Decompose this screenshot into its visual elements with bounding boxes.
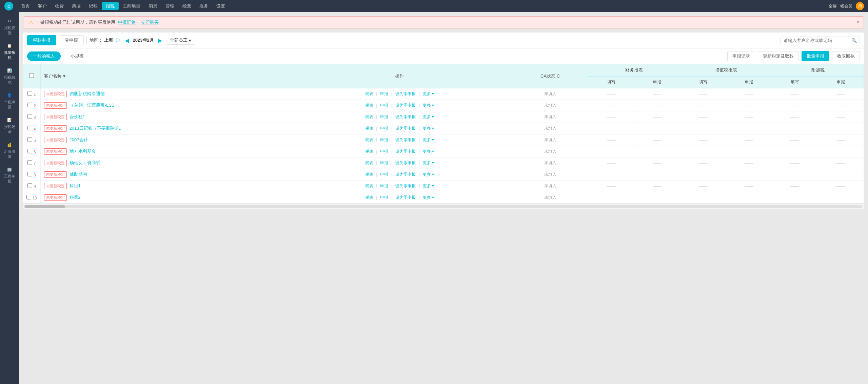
row-check-1[interactable] xyxy=(27,91,32,96)
op-setzero-10[interactable]: 设为零申报 xyxy=(395,195,416,200)
search-icon[interactable]: 🔍 xyxy=(851,38,857,43)
nav-item-记账[interactable]: 记账 xyxy=(85,2,102,10)
sidebar-item-0[interactable]: ⚙ 报税设置 xyxy=(1,15,18,38)
op-more-9[interactable]: 更多 ▾ xyxy=(423,184,434,188)
nav-item-客户[interactable]: 客户 xyxy=(34,2,51,10)
op-report-10[interactable]: 申报 xyxy=(380,195,388,200)
op-more-2[interactable]: 更多 ▾ xyxy=(423,103,434,108)
op-setzero-6[interactable]: 设为零申报 xyxy=(395,149,416,154)
op-setzero-3[interactable]: 设为零申报 xyxy=(395,114,416,119)
op-taxtable-9[interactable]: 税表 xyxy=(365,184,373,188)
row-check-8[interactable] xyxy=(27,172,32,176)
scroll-thumb[interactable] xyxy=(24,205,65,208)
op-taxtable-1[interactable]: 税表 xyxy=(365,91,373,96)
fullscreen-btn[interactable]: 全屏 xyxy=(829,3,837,9)
op-report-6[interactable]: 申报 xyxy=(380,149,388,154)
tab-zero-declare[interactable]: 零申报 xyxy=(59,35,84,45)
op-more-8[interactable]: 更多 ▾ xyxy=(423,172,434,177)
client-name-7[interactable]: 杨仙女工资商试 xyxy=(70,160,100,165)
collect-receipt-btn[interactable]: 收取回执 xyxy=(832,51,860,61)
sidebar-item-3[interactable]: 👤 个税申报 xyxy=(1,89,18,112)
op-setzero-9[interactable]: 设为零申报 xyxy=(395,184,416,188)
nav-item-服务[interactable]: 服务 xyxy=(195,2,212,10)
tab-tax-declare[interactable]: 税款申报 xyxy=(27,35,56,45)
notice-close-btn[interactable]: × xyxy=(856,19,860,25)
op-taxtable-2[interactable]: 税表 xyxy=(365,103,373,108)
select-all-checkbox[interactable] xyxy=(29,73,34,78)
nav-item-报税[interactable]: 报税 xyxy=(102,2,119,10)
row-check-5[interactable] xyxy=(27,137,32,142)
op-setzero-4[interactable]: 设为零申报 xyxy=(395,126,416,131)
client-name-4[interactable]: 2013日记账（不要删除哈... xyxy=(70,126,123,131)
search-input[interactable] xyxy=(784,38,851,43)
op-taxtable-5[interactable]: 税表 xyxy=(365,137,373,142)
nav-item-经营[interactable]: 经营 xyxy=(178,2,195,10)
nav-item-工商项目[interactable]: 工商项目 xyxy=(119,2,144,10)
notice-link2[interactable]: 立即购买 xyxy=(141,19,159,25)
client-name-6[interactable]: 地方水利基金 xyxy=(70,149,96,154)
op-setzero-2[interactable]: 设为零申报 xyxy=(395,103,416,108)
region-info-icon[interactable]: ⓘ xyxy=(116,37,120,43)
sidebar-item-5[interactable]: 💰 汇算清缴 xyxy=(1,138,18,162)
row-check-6[interactable] xyxy=(27,149,32,153)
date-next-btn[interactable]: ▶ xyxy=(156,36,164,44)
client-name-10[interactable]: 科目2 xyxy=(70,195,81,200)
row-check-4[interactable] xyxy=(27,126,32,130)
op-more-7[interactable]: 更多 ▾ xyxy=(423,161,434,165)
date-prev-btn[interactable]: ◀ xyxy=(123,36,131,44)
op-report-8[interactable]: 申报 xyxy=(380,172,388,177)
op-more-4[interactable]: 更多 ▾ xyxy=(423,126,434,131)
client-name-1[interactable]: 勿删新税网络通信 xyxy=(70,91,105,96)
sub-tab-general[interactable]: 一般的税人 xyxy=(27,51,61,61)
nav-item-首页[interactable]: 首页 xyxy=(17,2,34,10)
sidebar-item-2[interactable]: 📊 报税总览 xyxy=(1,64,18,88)
row-check-2[interactable] xyxy=(27,103,32,107)
op-more-3[interactable]: 更多 ▾ xyxy=(423,114,434,119)
nav-item-票据[interactable]: 票据 xyxy=(68,2,85,10)
client-name-8[interactable]: 辅助期初 xyxy=(70,172,87,177)
employee-select[interactable]: 全部员工 ▾ xyxy=(167,36,194,45)
notice-link1[interactable]: 申报汇签 xyxy=(118,19,136,25)
op-taxtable-6[interactable]: 税表 xyxy=(365,149,373,154)
nav-item-消息[interactable]: 消息 xyxy=(144,2,161,10)
nav-item-设置[interactable]: 设置 xyxy=(212,2,229,10)
op-report-4[interactable]: 申报 xyxy=(380,126,388,131)
sidebar-item-6[interactable]: 🏢 工商年报 xyxy=(1,163,18,187)
sub-tab-small[interactable]: 小规模 xyxy=(65,51,90,61)
client-name-2[interactable]: （勿删）江西股宝-LSS xyxy=(70,103,115,108)
op-more-10[interactable]: 更多 ▾ xyxy=(423,195,434,200)
op-setzero-8[interactable]: 设为零申报 xyxy=(395,172,416,177)
op-report-3[interactable]: 申报 xyxy=(380,114,388,119)
row-check-3[interactable] xyxy=(27,114,32,119)
nav-item-管理[interactable]: 管理 xyxy=(161,2,178,10)
op-taxtable-4[interactable]: 税表 xyxy=(365,126,373,131)
op-taxtable-3[interactable]: 税表 xyxy=(365,114,373,119)
op-taxtable-10[interactable]: 税表 xyxy=(365,195,373,200)
update-tax-btn[interactable]: 更新税定及取数 xyxy=(758,51,799,61)
op-more-1[interactable]: 更多 ▾ xyxy=(423,91,434,96)
client-name-9[interactable]: 科目1 xyxy=(70,183,81,188)
sidebar-item-1[interactable]: 📋 批量报税 xyxy=(1,40,18,63)
op-report-5[interactable]: 申报 xyxy=(380,137,388,142)
member-btn[interactable]: 畅会员 xyxy=(840,3,852,9)
op-report-1[interactable]: 申报 xyxy=(380,91,388,96)
op-report-2[interactable]: 申报 xyxy=(380,103,388,108)
op-setzero-7[interactable]: 设为零申报 xyxy=(395,161,416,165)
op-taxtable-8[interactable]: 税表 xyxy=(365,172,373,177)
client-name-5[interactable]: 2007会计 xyxy=(70,137,88,142)
op-more-6[interactable]: 更多 ▾ xyxy=(423,149,434,154)
row-check-10[interactable] xyxy=(26,195,31,199)
op-setzero-5[interactable]: 设为零申报 xyxy=(395,137,416,142)
op-report-9[interactable]: 申报 xyxy=(380,184,388,188)
sidebar-item-4[interactable]: 📝 报税记录 xyxy=(1,114,18,137)
client-name-3[interactable]: 合伙社1 xyxy=(70,114,85,119)
row-check-7[interactable] xyxy=(27,160,32,165)
avatar[interactable]: 用 xyxy=(856,2,864,10)
batch-declare-btn[interactable]: 批量申报 xyxy=(802,51,829,61)
op-taxtable-7[interactable]: 税表 xyxy=(365,161,373,165)
row-check-9[interactable] xyxy=(27,183,32,188)
declare-record-btn[interactable]: 申报记录 xyxy=(727,51,755,61)
op-more-5[interactable]: 更多 ▾ xyxy=(423,137,434,142)
nav-item-收费[interactable]: 收费 xyxy=(51,2,68,10)
op-setzero-1[interactable]: 设为零申报 xyxy=(395,91,416,96)
